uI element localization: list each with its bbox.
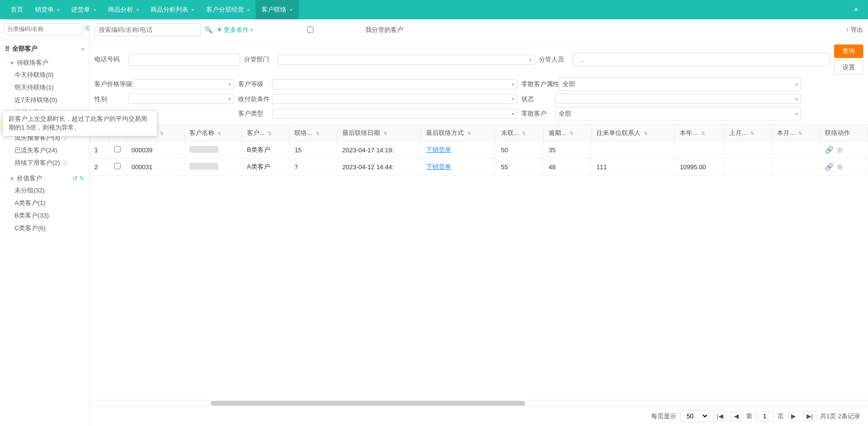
th-last-contact-date[interactable]: 最后联络日期 ⇅ xyxy=(337,125,421,142)
sidebar-value-section[interactable]: ▼ 价值客户 ↺ ✎ xyxy=(0,172,89,184)
customer-level-select[interactable]: ▾ xyxy=(272,79,518,89)
sidebar-content: ⠿ 全部客户 » ▼ 待联络客户 今天待联络(0) 明天待联络(1) 近7天待联… xyxy=(0,39,89,426)
td-name xyxy=(184,159,242,176)
sidebar-collapse-icon[interactable]: » xyxy=(81,46,84,52)
export-button[interactable]: ↑ 导出 xyxy=(846,26,864,34)
per-page-select[interactable]: 50 100 200 xyxy=(680,410,709,422)
table-row: 2 000031 A类客户 7 2023-04-12 14:44: 下销货单 5… xyxy=(90,159,868,176)
sidebar-search-input[interactable] xyxy=(4,23,83,35)
retail-customer-field: 零散客户 全部 ▾ xyxy=(521,107,801,120)
td-this-year xyxy=(675,142,724,159)
status-select[interactable]: ▾ xyxy=(555,94,801,104)
settings-button[interactable]: 设置 xyxy=(834,60,863,74)
person-select[interactable]: ... xyxy=(573,53,830,66)
close-customer-tier-icon[interactable]: × xyxy=(247,7,250,13)
nav-customer-contact[interactable]: 客户联络 × xyxy=(256,0,298,19)
sidebar-all-customers-header[interactable]: ⠿ 全部客户 » xyxy=(0,42,89,56)
scrollbar-thumb[interactable] xyxy=(211,401,525,406)
td-code: 000039 xyxy=(126,142,184,159)
nav-product-analysis[interactable]: 商品分析 × xyxy=(102,0,145,19)
close-product-list-icon[interactable]: × xyxy=(191,7,194,13)
nav-sales-order[interactable]: 销货单 × xyxy=(29,0,65,19)
nav-customer-tier[interactable]: 客户分层经营 × xyxy=(200,0,256,19)
sidebar-declining-customers[interactable]: 持续下滑客户(2) ⓘ xyxy=(0,157,89,169)
chevron-down-icon6: ▾ xyxy=(228,96,231,102)
close-purchase-icon[interactable]: × xyxy=(93,7,96,13)
th-last-month[interactable]: 上月... ⇅ xyxy=(724,125,772,142)
nav-purchase-order[interactable]: 进货单 × xyxy=(65,0,102,19)
sidebar-lost-customers[interactable]: 已流失客户(24) xyxy=(0,144,89,157)
my-customers-checkbox[interactable] xyxy=(257,27,364,33)
th-customer-type-col[interactable]: 客户... ⇅ xyxy=(242,125,289,142)
horizontal-scrollbar[interactable] xyxy=(90,400,868,406)
sidebar-tomorrow-contact[interactable]: 明天待联络(1) xyxy=(0,81,89,94)
person-field: 分管人员 ... xyxy=(539,53,830,66)
nav-home[interactable]: 首页 xyxy=(5,0,29,19)
customer-type-select[interactable]: ▾ xyxy=(272,109,518,119)
filter-row-3: 性别 ▾ 收付款条件 ▾ 状态 ▾ xyxy=(94,94,863,104)
top-navigation: 首页 销货单 × 进货单 × 商品分析 × 商品分析列表 × 客户分层经营 × … xyxy=(0,0,868,19)
dots-icon[interactable]: ... xyxy=(576,55,586,64)
contact-method-link[interactable]: 下销货单 xyxy=(426,146,451,153)
contact-icon[interactable]: 🔗 xyxy=(825,146,833,154)
sidebar-pending-contact-section[interactable]: ▼ 待联络客户 xyxy=(0,56,89,69)
payment-select[interactable]: ▾ xyxy=(272,94,518,104)
th-this-month[interactable]: 本月... ⇅ xyxy=(772,125,820,142)
query-button[interactable]: 查询 xyxy=(834,44,863,58)
page-number-input[interactable] xyxy=(756,411,774,421)
next-page-button[interactable]: ▶ xyxy=(788,411,799,421)
th-overdue[interactable]: 逾期... ⇅ xyxy=(544,125,592,142)
more-action-icon[interactable]: ⊞ xyxy=(837,146,843,154)
main-layout: 🔍 ⠿ 全部客户 » ▼ 待联络客户 今天待联络(0) 明天待联络(1) 近7天… xyxy=(0,19,868,426)
price-level-field: 客户价格等级 ▾ xyxy=(94,79,234,89)
prev-page-button[interactable]: ◀ xyxy=(731,411,742,421)
th-this-year[interactable]: 本年... ⇅ xyxy=(675,125,724,142)
last-page-button[interactable]: ▶| xyxy=(803,411,816,421)
window-close-button[interactable]: × xyxy=(849,5,863,14)
phone-input[interactable] xyxy=(128,54,240,66)
sidebar-today-contact[interactable]: 今天待联络(0) xyxy=(0,69,89,81)
search-input[interactable] xyxy=(94,23,201,36)
retail-attr-select[interactable]: 全部 ▾ xyxy=(559,77,801,91)
th-contact-count[interactable]: 联络... ⇅ xyxy=(289,125,337,142)
sidebar-b-customers[interactable]: B类客户(33) xyxy=(0,209,89,222)
td-actions: 🔗 ⊞ xyxy=(820,142,868,159)
nav-product-analysis-list[interactable]: 商品分析列表 × xyxy=(145,0,200,19)
search-button[interactable]: 🔍 xyxy=(205,26,213,33)
contact-method-link[interactable]: 下销货单 xyxy=(426,163,451,170)
td-last-contact-date: 2023-04-17 14:19: xyxy=(337,142,421,159)
sidebar-c-customers[interactable]: C类客户(6) xyxy=(0,222,89,235)
row-checkbox-0[interactable] xyxy=(114,146,121,152)
edit-icon[interactable]: ✎ xyxy=(79,175,84,182)
close-customer-contact-icon[interactable]: × xyxy=(289,7,292,13)
price-level-select[interactable]: ▾ xyxy=(132,79,234,89)
contact-icon[interactable]: 🔗 xyxy=(825,163,833,171)
customer-level-field: 客户等级 ▾ xyxy=(238,79,518,89)
sidebar-ungrouped[interactable]: 未分组(32) xyxy=(0,184,89,197)
th-contact-person[interactable]: 往来单位联系人 ⇅ xyxy=(591,125,674,142)
sidebar-7day-contact[interactable]: 近7天待联络(0) xyxy=(0,94,89,106)
filter-row-2: 客户价格等级 ▾ 客户等级 ▾ 零散客户属性 全部 ▾ xyxy=(94,77,863,91)
first-page-button[interactable]: |◀ xyxy=(713,411,726,421)
table-header-row: ⚙ 客户编码 ⇅ 客户名称 ⇅ xyxy=(90,125,868,142)
row-checkbox-1[interactable] xyxy=(114,163,121,169)
th-last-contact-method[interactable]: 最后联络方式 ⇅ xyxy=(421,125,496,142)
td-checkbox xyxy=(109,159,126,176)
th-not-contacted[interactable]: 未联... ⇅ xyxy=(496,125,544,142)
more-conditions-button[interactable]: ▼ 更多条件 ∧ xyxy=(216,26,253,34)
retail-customer-select[interactable]: 全部 ▾ xyxy=(555,107,801,120)
sidebar-search-icon[interactable]: 🔍 xyxy=(85,26,90,33)
th-customer-name[interactable]: 客户名称 ⇅ xyxy=(184,125,242,142)
department-select[interactable]: ▾ xyxy=(278,55,535,65)
advanced-filter: 电话号码 分管部门 ▾ 分管人员 ... 查询 设置 xyxy=(90,41,868,125)
gender-select[interactable]: ▾ xyxy=(128,94,234,104)
close-product-analysis-icon[interactable]: × xyxy=(136,7,139,13)
more-action-icon[interactable]: ⊞ xyxy=(837,163,843,171)
refresh-icon[interactable]: ↺ xyxy=(73,175,77,182)
sort-icon2: ⇅ xyxy=(217,131,221,136)
td-last-contact-method: 下销货单 xyxy=(421,159,496,176)
sidebar-a-customers[interactable]: A类客户(1) xyxy=(0,197,89,209)
close-sales-order-icon[interactable]: × xyxy=(57,7,60,13)
gender-field: 性别 ▾ xyxy=(94,94,234,104)
td-seq: 2 xyxy=(90,159,109,176)
